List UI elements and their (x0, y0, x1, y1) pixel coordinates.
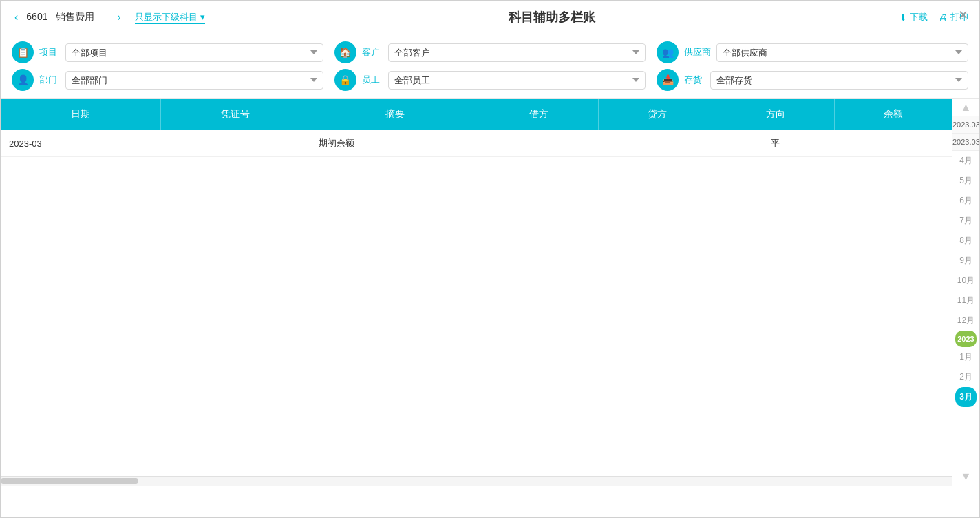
main-window: ✕ ‹ 6601 销售费用 › 只显示下级科目 ▾ 科目辅助多栏账 ⬇ 下载 🖨… (0, 0, 980, 518)
cell-balance (835, 130, 952, 157)
nav-next-button[interactable]: › (114, 11, 123, 23)
ledger-table: 日期 凭证号 摘要 借方 贷方 方向 余额 2023-03 期初余额 平 (1, 99, 952, 157)
cell-direction: 平 (716, 130, 835, 157)
filter-item-inventory: 📥 存货 全部存货 (657, 69, 968, 91)
col-voucher: 凭证号 (161, 99, 310, 130)
cell-date: 2023-03 (1, 130, 161, 157)
timeline: ▲ 2023.03 2023.03 4月5月6月7月8月9月10月11月12月2… (952, 99, 979, 486)
col-debit: 借方 (480, 99, 598, 130)
timeline-item[interactable]: 8月 (952, 231, 979, 251)
supplier-select[interactable]: 全部供应商 (716, 43, 968, 62)
close-button[interactable]: ✕ (958, 8, 968, 23)
timeline-item[interactable]: 10月 (952, 271, 979, 291)
download-button[interactable]: ⬇ 下载 (899, 11, 928, 23)
timeline-item[interactable]: 2月 (952, 367, 979, 387)
page-title: 科目辅助多栏账 (211, 9, 894, 25)
filter-item-department: 👤 部门 全部部门 (12, 69, 323, 91)
horizontal-scrollbar[interactable] (1, 476, 952, 486)
timeline-up-button[interactable]: ▲ (952, 99, 979, 116)
timeline-item[interactable]: 4月 (952, 151, 979, 171)
timeline-item[interactable]: 2023 (955, 331, 977, 347)
inventory-label: 存货 (684, 74, 705, 86)
timeline-item[interactable]: 6月 (952, 191, 979, 211)
department-icon: 👤 (12, 69, 34, 91)
timeline-item[interactable]: 3月 (955, 387, 977, 407)
download-icon: ⬇ (899, 12, 907, 23)
project-icon: 📋 (12, 41, 34, 63)
timeline-item[interactable]: 12月 (952, 311, 979, 331)
cell-voucher (161, 130, 310, 157)
customer-icon: 🏠 (334, 41, 356, 63)
project-label: 项目 (39, 46, 60, 59)
col-credit: 贷方 (598, 99, 716, 130)
col-date: 日期 (1, 99, 161, 130)
supplier-icon: 👥 (657, 41, 679, 63)
table-row: 2023-03 期初余额 平 (1, 130, 952, 157)
timeline-item[interactable]: 9月 (952, 251, 979, 271)
sub-subject-label: 只显示下级科目 (135, 11, 198, 23)
supplier-label: 供应商 (684, 46, 711, 59)
employee-icon: 🔒 (334, 69, 356, 91)
top-bar: ‹ 6601 销售费用 › 只显示下级科目 ▾ 科目辅助多栏账 ⬇ 下载 🖨 打… (1, 1, 979, 34)
inventory-select[interactable]: 全部存货 (710, 71, 968, 90)
nav-prev-button[interactable]: ‹ (12, 11, 21, 23)
sub-subject-toggle[interactable]: 只显示下级科目 ▾ (135, 11, 205, 24)
timeline-selected-2[interactable]: 2023.03 (952, 134, 979, 151)
timeline-item[interactable]: 1月 (952, 347, 979, 367)
col-direction: 方向 (716, 99, 835, 130)
employee-label: 员工 (362, 74, 383, 86)
cell-credit (598, 130, 716, 157)
customer-label: 客户 (362, 46, 383, 59)
col-balance: 余额 (835, 99, 952, 130)
timeline-item[interactable]: 11月 (952, 291, 979, 311)
timeline-selected-1[interactable]: 2023.03 (952, 116, 979, 134)
col-summary: 摘要 (310, 99, 480, 130)
table-wrapper: 日期 凭证号 摘要 借方 贷方 方向 余额 2023-03 期初余额 平 (1, 99, 952, 157)
account-name: 销售费用 (56, 11, 94, 22)
filter-item-customer: 🏠 客户 全部客户 (334, 41, 646, 63)
customer-select[interactable]: 全部客户 (388, 43, 646, 62)
chevron-down-icon: ▾ (200, 12, 205, 22)
project-select[interactable]: 全部项目 (65, 43, 323, 62)
filter-area: 📋 项目 全部项目 🏠 客户 全部客户 👥 供应商 全部供应商 👤 部门 (1, 34, 979, 99)
cell-summary: 期初余额 (310, 130, 480, 157)
account-label: 6601 销售费用 (26, 11, 109, 23)
filter-item-supplier: 👥 供应商 全部供应商 (657, 41, 968, 63)
filter-item-employee: 🔒 员工 全部员工 (334, 69, 646, 91)
timeline-item[interactable]: 5月 (952, 171, 979, 191)
timeline-item[interactable]: 7月 (952, 211, 979, 231)
timeline-down-button[interactable]: ▼ (952, 468, 979, 486)
scrollbar-thumb[interactable] (1, 478, 138, 484)
cell-debit (480, 130, 598, 157)
filter-item-project: 📋 项目 全部项目 (12, 41, 323, 63)
account-code: 6601 (26, 11, 47, 22)
department-select[interactable]: 全部部门 (65, 71, 323, 90)
print-icon: 🖨 (939, 12, 948, 23)
employee-select[interactable]: 全部员工 (388, 71, 646, 90)
inventory-icon: 📥 (657, 69, 679, 91)
department-label: 部门 (39, 74, 60, 86)
